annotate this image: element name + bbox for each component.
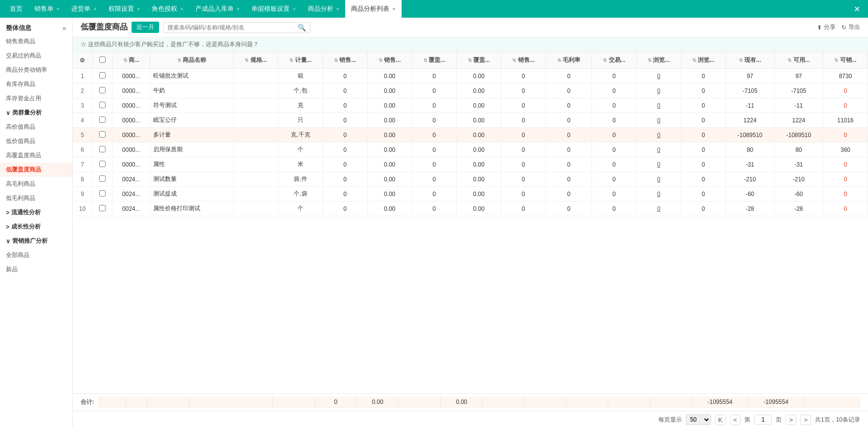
- current-column-header[interactable]: ⇅ 现有...: [726, 52, 774, 69]
- tab-template-settings[interactable]: 单据模板设置 ×: [245, 0, 301, 18]
- row-browse1[interactable]: 0: [636, 143, 681, 157]
- close-tab-sales[interactable]: ×: [56, 6, 59, 12]
- sidebar-section-marketing[interactable]: ∨ 营销推广分析: [0, 234, 72, 248]
- close-tab-finished-goods[interactable]: ×: [237, 6, 240, 12]
- row-checkbox[interactable]: [99, 190, 106, 197]
- close-tab-product-analysis-list[interactable]: ×: [392, 6, 395, 12]
- close-tab-product-analysis[interactable]: ×: [336, 6, 339, 12]
- sales3-column-header[interactable]: ⇅ 销售...: [501, 52, 546, 69]
- row-checkbox-cell[interactable]: [92, 84, 112, 98]
- browse-link[interactable]: 0: [657, 176, 660, 183]
- close-tab-role[interactable]: ×: [180, 6, 183, 12]
- sidebar-item-low-value[interactable]: 低价值商品: [0, 134, 72, 148]
- row-browse1[interactable]: 0: [636, 128, 681, 143]
- sidebar-item-low-coverage[interactable]: 低覆盖度商品: [0, 163, 72, 177]
- close-tab-purchase[interactable]: ×: [93, 6, 96, 12]
- share-button[interactable]: ⬆ 分享: [817, 23, 836, 31]
- row-checkbox-cell[interactable]: [92, 128, 112, 143]
- row-browse1[interactable]: 0: [636, 98, 681, 113]
- unit-column-header[interactable]: ⇅ 计量...: [278, 52, 323, 69]
- period-button[interactable]: 近一月: [132, 22, 159, 33]
- first-page-button[interactable]: K: [715, 415, 726, 425]
- row-checkbox[interactable]: [99, 131, 106, 138]
- tab-home[interactable]: 首页: [4, 0, 28, 18]
- row-checkbox-cell[interactable]: [92, 69, 112, 84]
- next-page-button[interactable]: >: [786, 415, 796, 425]
- browse-link[interactable]: 0: [657, 161, 660, 168]
- cover1-column-header[interactable]: ⇅ 覆盖...: [412, 52, 457, 69]
- page-number-input[interactable]: [754, 415, 772, 425]
- settings-column-header[interactable]: ⚙: [73, 52, 92, 69]
- tab-purchase[interactable]: 进货单 ×: [65, 0, 102, 18]
- sidebar-section-growth[interactable]: > 成长性分析: [0, 220, 72, 234]
- row-browse1[interactable]: 0: [636, 201, 681, 216]
- row-browse1[interactable]: 0: [636, 157, 681, 172]
- sidebar-item-category-rate[interactable]: 商品分类动销率: [0, 63, 72, 77]
- sidebar-item-high-coverage[interactable]: 高覆盖度商品: [0, 148, 72, 163]
- row-checkbox-cell[interactable]: [92, 98, 112, 113]
- row-checkbox[interactable]: [99, 102, 106, 108]
- row-checkbox[interactable]: [99, 205, 106, 211]
- browse-link[interactable]: 0: [657, 132, 660, 139]
- sidebar-section-circulation[interactable]: > 流通性分析: [0, 205, 72, 220]
- browse-link[interactable]: 0: [657, 205, 660, 212]
- browse-link[interactable]: 0: [657, 102, 660, 109]
- checkbox-column-header[interactable]: [92, 52, 112, 69]
- browse-link[interactable]: 0: [657, 73, 660, 80]
- row-checkbox[interactable]: [99, 146, 106, 152]
- prev-page-button[interactable]: <: [730, 415, 741, 425]
- row-checkbox[interactable]: [99, 175, 106, 182]
- browse2-column-header[interactable]: ⇅ 浏览...: [681, 52, 726, 69]
- row-checkbox[interactable]: [99, 116, 106, 123]
- sidebar-item-high-value[interactable]: 高价值商品: [0, 120, 72, 134]
- sellable-column-header[interactable]: ⇅ 可销...: [823, 52, 868, 69]
- sidebar-section-cluster[interactable]: ∨ 类群量分析: [0, 106, 72, 120]
- trade-column-header[interactable]: ⇅ 交易...: [592, 52, 636, 69]
- code-column-header[interactable]: ⇅ 商...: [112, 52, 150, 69]
- search-icon[interactable]: 🔍: [298, 24, 306, 31]
- browse1-column-header[interactable]: ⇅ 浏览...: [636, 52, 681, 69]
- spec-column-header[interactable]: ⇅ 规格...: [234, 52, 278, 69]
- row-browse1[interactable]: 0: [636, 187, 681, 201]
- browse-link[interactable]: 0: [657, 146, 660, 153]
- tab-finished-goods[interactable]: 产成品入库单 ×: [190, 0, 245, 18]
- sidebar-item-stock-capital[interactable]: 库存资金占用: [0, 91, 72, 106]
- browse-link[interactable]: 0: [657, 117, 660, 124]
- grossrate-column-header[interactable]: ⇅ 毛利率: [546, 52, 592, 69]
- sales1-column-header[interactable]: ⇅ 销售...: [323, 52, 367, 69]
- sidebar-item-new-goods[interactable]: 新品: [0, 262, 72, 277]
- export-button[interactable]: ↻ 导出: [841, 23, 860, 31]
- tab-role[interactable]: 角色授权 ×: [146, 0, 189, 18]
- sidebar-item-stock-goods[interactable]: 有库存商品: [0, 77, 72, 91]
- row-checkbox-cell[interactable]: [92, 201, 112, 216]
- page-size-select[interactable]: 20 50 100: [686, 414, 711, 425]
- browse-link[interactable]: 0: [657, 191, 660, 198]
- sales2-column-header[interactable]: ⇅ 销售...: [367, 52, 412, 69]
- sidebar-collapse-btn[interactable]: «: [62, 24, 66, 32]
- table-wrapper[interactable]: ⚙ ⇅ 商... ⇅ 商品名称: [73, 52, 868, 393]
- row-checkbox-cell[interactable]: [92, 157, 112, 172]
- sidebar-item-high-margin[interactable]: 高毛利商品: [0, 177, 72, 191]
- search-input[interactable]: [167, 24, 298, 31]
- tab-permissions[interactable]: 权限设置 ×: [103, 0, 146, 18]
- name-column-header[interactable]: ⇅ 商品名称: [150, 52, 234, 69]
- row-browse1[interactable]: 0: [636, 69, 681, 84]
- row-browse1[interactable]: 0: [636, 84, 681, 98]
- window-close-button[interactable]: ✕: [850, 4, 864, 14]
- row-checkbox-cell[interactable]: [92, 172, 112, 187]
- select-all-checkbox[interactable]: [99, 57, 106, 63]
- sidebar-item-traded-goods[interactable]: 交易过的商品: [0, 49, 72, 63]
- row-checkbox[interactable]: [99, 161, 106, 167]
- sidebar-item-low-margin[interactable]: 低毛利商品: [0, 191, 72, 205]
- row-checkbox[interactable]: [99, 72, 106, 79]
- tab-product-analysis[interactable]: 商品分析 ×: [302, 0, 345, 18]
- close-tab-template-settings[interactable]: ×: [293, 6, 296, 12]
- tab-sales[interactable]: 销售单 ×: [28, 0, 65, 18]
- row-browse1[interactable]: 0: [636, 172, 681, 187]
- last-page-button[interactable]: >: [800, 415, 811, 425]
- cover2-column-header[interactable]: ⇅ 覆盖...: [457, 52, 501, 69]
- row-checkbox-cell[interactable]: [92, 113, 112, 128]
- sidebar-item-sales-goods[interactable]: 销售类商品: [0, 34, 72, 49]
- row-browse1[interactable]: 0: [636, 113, 681, 128]
- close-tab-permissions[interactable]: ×: [137, 6, 140, 12]
